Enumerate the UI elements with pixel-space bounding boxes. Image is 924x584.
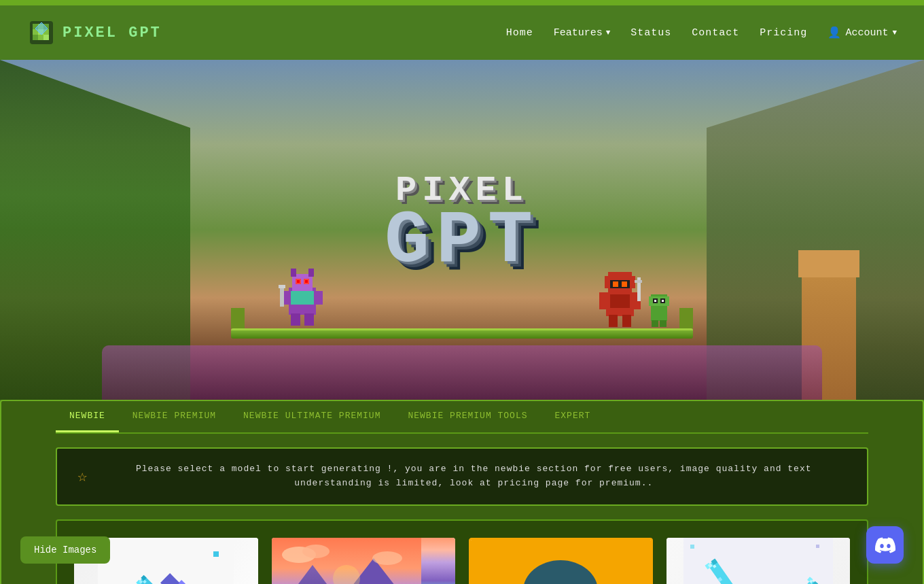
svg-rect-8 [38, 35, 43, 40]
svg-rect-30 [622, 281, 627, 287]
nav-link-contact[interactable]: Contact [692, 27, 739, 39]
hero-logo-area: PIXEL GPT [224, 171, 700, 279]
nav-link-home[interactable]: Home [506, 27, 533, 39]
tabs: NEWBIE NEWBIE PREMIUM NEWBIE ULTIMATE PR… [56, 401, 868, 434]
brand-link[interactable]: PIXEL GPT [27, 18, 162, 47]
nav-item-features[interactable]: Features ▼ [554, 27, 611, 39]
char-left [279, 267, 326, 328]
cards-grid: Text to Minecraft [67, 531, 857, 584]
svg-rect-7 [33, 35, 38, 40]
svg-rect-118 [690, 545, 694, 549]
card-image-2 [272, 538, 456, 584]
nav-link-pricing[interactable]: Pricing [760, 27, 807, 39]
svg-rect-13 [291, 269, 296, 277]
nav-item-home[interactable]: Home [506, 27, 533, 39]
brand-logo-icon [27, 18, 56, 47]
svg-rect-17 [297, 280, 300, 283]
svg-rect-18 [305, 280, 308, 283]
svg-rect-22 [291, 313, 300, 326]
card-text-to-minecraft-2[interactable]: Text to Minecraft [667, 538, 851, 584]
svg-rect-100 [683, 538, 833, 584]
main-content: NEWBIE NEWBIE PREMIUM NEWBIE ULTIMATE PR… [0, 400, 924, 584]
card-text-to-pixel-art[interactable]: Text to Pixel Art [272, 538, 456, 584]
svg-rect-44 [662, 300, 664, 302]
svg-rect-47 [660, 320, 667, 327]
char-green-icon [645, 291, 673, 328]
nav-menu: Home Features ▼ Status Contact Pricing 👤… [506, 26, 897, 39]
info-message: Please select a model to start generatin… [101, 462, 847, 491]
svg-rect-29 [613, 281, 618, 287]
svg-rect-9 [43, 35, 49, 40]
platform-left-post [231, 308, 245, 328]
svg-rect-48 [98, 538, 234, 584]
tab-newbie-ultimate[interactable]: NEWBIE ULTIMATE PREMIUM [230, 401, 394, 432]
card-text-to-profile[interactable]: Text to Profile [469, 538, 653, 584]
svg-rect-40 [649, 296, 669, 306]
hero-platform [231, 328, 693, 339]
landscape-icon [272, 538, 421, 584]
char-right [598, 271, 673, 328]
platform-right-post [679, 308, 693, 328]
chevron-down-icon: ▼ [606, 29, 611, 37]
bg-building-top [798, 250, 859, 277]
diamond-swords-icon [683, 538, 833, 584]
char-purple-icon [279, 267, 326, 328]
svg-rect-14 [308, 269, 314, 277]
svg-point-73 [372, 551, 402, 565]
navbar: PIXEL GPT Home Features ▼ Status Contact… [0, 5, 924, 60]
discord-icon [875, 535, 895, 555]
top-bar [0, 0, 924, 5]
cards-section: Text to Minecraft [56, 519, 868, 584]
svg-point-72 [302, 545, 330, 558]
svg-rect-24 [280, 286, 284, 307]
nav-dropdown-account[interactable]: 👤 Account ▼ [828, 26, 897, 39]
card-image-3 [471, 540, 651, 584]
bg-ground [102, 345, 822, 400]
brand-title: PIXEL GPT [63, 24, 162, 41]
chevron-down-icon-account: ▼ [892, 29, 897, 37]
nav-dropdown-features[interactable]: Features ▼ [554, 27, 611, 39]
svg-rect-43 [654, 300, 656, 302]
card-image-4 [667, 538, 851, 584]
discord-button[interactable] [866, 526, 904, 564]
tab-newbie[interactable]: NEWBIE [56, 401, 119, 432]
svg-rect-38 [635, 280, 642, 283]
svg-rect-32 [610, 294, 630, 308]
tab-newbie-tools[interactable]: NEWBIE PREMIUM TOOLS [394, 401, 541, 432]
nav-item-contact[interactable]: Contact [692, 27, 739, 39]
user-icon: 👤 [828, 26, 841, 39]
char-red-icon [598, 271, 642, 328]
hero-section: PIXEL GPT [0, 60, 924, 400]
svg-rect-120 [816, 545, 819, 548]
svg-rect-46 [652, 320, 658, 327]
svg-rect-21 [315, 291, 323, 305]
svg-rect-23 [304, 313, 314, 326]
profile-icon [493, 540, 628, 584]
star-icon: ☆ [77, 466, 87, 486]
tab-newbie-premium[interactable]: NEWBIE PREMIUM [119, 401, 230, 432]
tab-expert[interactable]: EXPERT [541, 401, 605, 432]
svg-rect-19 [291, 291, 314, 305]
nav-link-status[interactable]: Status [630, 27, 671, 39]
nav-item-pricing[interactable]: Pricing [760, 27, 807, 39]
nav-item-status[interactable]: Status [630, 27, 671, 39]
info-box: ☆ Please select a model to start generat… [56, 447, 868, 506]
swords-icon [98, 538, 234, 584]
hide-images-button[interactable]: Hide Images [20, 536, 110, 564]
svg-rect-25 [279, 285, 285, 288]
svg-rect-33 [599, 292, 607, 309]
svg-rect-35 [609, 315, 618, 327]
svg-rect-65 [213, 551, 219, 557]
nav-item-account[interactable]: 👤 Account ▼ [828, 26, 897, 39]
svg-rect-45 [651, 307, 667, 321]
tabs-container: NEWBIE NEWBIE PREMIUM NEWBIE ULTIMATE PR… [0, 400, 924, 584]
svg-rect-36 [622, 315, 631, 327]
